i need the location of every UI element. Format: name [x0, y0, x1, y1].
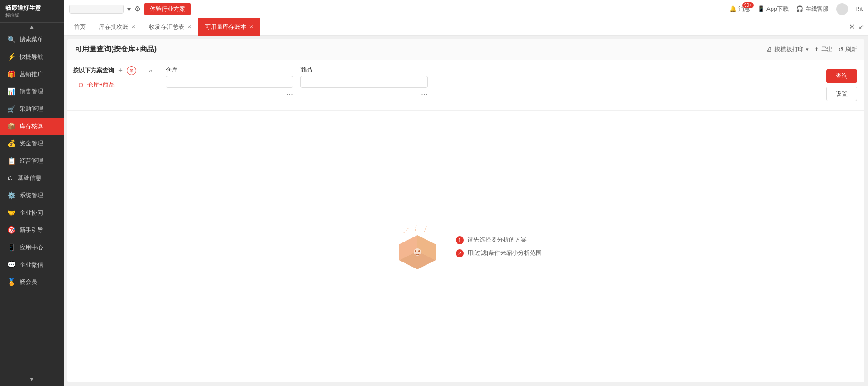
online-service-label: 在线客服 [805, 5, 829, 13]
sidebar-label-search: 搜索菜单 [20, 36, 43, 44]
sidebar-item-purchase[interactable]: 🛒采购管理 [0, 100, 64, 118]
sidebar-logo: 畅康通好生意 标准版 [0, 0, 64, 23]
bell-icon: 🔔 [729, 5, 736, 12]
sidebar-item-basic[interactable]: 🗂基础信息 [0, 170, 64, 187]
sidebar: 畅康通好生意 标准版 ▲ 🔍搜索菜单⚡快捷导航🎁营销推广📊销售管理🛒采购管理📦库… [0, 0, 64, 386]
sidebar-item-member[interactable]: 🏅畅会员 [0, 273, 64, 291]
empty-state: 1 请先选择要分析的方案 2 用[过滤]条件来缩小分析范围 [67, 111, 864, 382]
tip-number-1: 1 [456, 236, 464, 244]
sidebar-icon-finance: 💰 [7, 139, 16, 148]
scheme-icon-warehouse_goods: ⊙ [78, 81, 84, 88]
export-icon: ⬆ [814, 46, 819, 53]
page-header: 可用量查询(按仓库+商品) 🖨 按模板打印 ▾ ⬆ 导出 ↺ 刷新 [67, 39, 864, 60]
sidebar-icon-enterprise: 🤝 [7, 209, 16, 217]
warehouse-input[interactable] [166, 76, 293, 88]
tip-text-1: 请先选择要分析的方案 [467, 236, 527, 244]
chevron-down-btn[interactable]: ▾ [127, 5, 131, 13]
notification-btn[interactable]: 🔔 消息 99+ [729, 5, 750, 13]
goods-field-label: 商品 [300, 66, 428, 74]
sidebar-icon-newbie: 🎯 [7, 226, 16, 234]
empty-illustration [390, 219, 445, 274]
refresh-icon: ↺ [838, 46, 843, 53]
filter-actions: 查询 设置 [826, 66, 857, 105]
tab-home[interactable]: 首页 [67, 18, 92, 36]
sidebar-item-finance[interactable]: 💰资金管理 [0, 135, 64, 152]
breadcrumb-input[interactable] [69, 5, 124, 14]
user-name[interactable]: Rit [855, 5, 863, 12]
query-btn[interactable]: 查询 [826, 69, 857, 83]
tabs-container: 首页库存批次账✕收发存汇总表✕可用量库存账本✕ [67, 18, 260, 35]
refresh-label: 刷新 [845, 46, 857, 54]
page-content: 可用量查询(按仓库+商品) 🖨 按模板打印 ▾ ⬆ 导出 ↺ 刷新 [67, 39, 864, 382]
app-download-btn[interactable]: 📱 App下载 [757, 5, 789, 13]
svg-point-6 [418, 250, 420, 252]
trial-industry-btn[interactable]: 体验行业方案 [144, 3, 191, 15]
goods-more-btn[interactable]: ··· [421, 90, 428, 99]
sidebar-item-sales[interactable]: 📊销售管理 [0, 83, 64, 100]
gear-btn[interactable]: ⚙ [134, 5, 141, 13]
empty-tip-1: 1 请先选择要分析的方案 [456, 236, 542, 244]
export-btn[interactable]: ⬆ 导出 [814, 46, 833, 54]
print-template-btn[interactable]: 🖨 按模板打印 ▾ [766, 46, 809, 54]
sidebar-item-search[interactable]: 🔍搜索菜单 [0, 31, 64, 48]
tab-available[interactable]: 可用量库存账本✕ [198, 18, 260, 36]
tab-close-batch[interactable]: ✕ [131, 24, 136, 30]
app-download-label: App下载 [766, 5, 789, 13]
warehouse-field-label: 仓库 [166, 66, 293, 74]
tab-close-summary[interactable]: ✕ [187, 24, 192, 30]
sidebar-icon-appstore: 📱 [7, 243, 16, 252]
sidebar-scroll-down[interactable]: ▼ [0, 372, 64, 386]
filter-fields: 仓库 ··· 商品 ··· 查询 设置 [158, 60, 864, 110]
top-header-right: 🔔 消息 99+ 📱 App下载 🎧 在线客服 Rit [729, 3, 863, 15]
sidebar-label-finance: 资金管理 [20, 139, 43, 148]
sidebar-item-newbie[interactable]: 🎯新手引导 [0, 221, 64, 239]
scheme-item-warehouse_goods[interactable]: ⊙仓库+商品 [67, 77, 158, 93]
sidebar-label-basic: 基础信息 [18, 174, 41, 182]
top-header: ▾ ⚙ 体验行业方案 🔔 消息 99+ 📱 App下载 🎧 在线客服 Rit [64, 0, 868, 18]
sidebar-item-enterprise[interactable]: 🤝企业协同 [0, 204, 64, 221]
sidebar-label-appstore: 应用中心 [20, 243, 43, 252]
refresh-btn[interactable]: ↺ 刷新 [838, 46, 857, 54]
sidebar-icon-search: 🔍 [7, 36, 16, 44]
sidebar-icon-member: 🏅 [7, 278, 16, 286]
warehouse-more-btn[interactable]: ··· [286, 90, 293, 99]
filter-field-goods: 商品 ··· [300, 66, 428, 101]
sidebar-label-system: 系统管理 [20, 191, 43, 200]
print-label: 按模板打印 [774, 46, 804, 54]
notification-badge: 99+ [742, 2, 754, 8]
sidebar-label-member: 畅会员 [20, 278, 37, 286]
tip-text-2: 用[过滤]条件来缩小分析范围 [467, 249, 542, 257]
tip-number-2: 2 [456, 249, 464, 257]
empty-tip-2: 2 用[过滤]条件来缩小分析范围 [456, 249, 542, 257]
sidebar-item-wechat[interactable]: 💬企业微信 [0, 256, 64, 273]
scheme-collapse-btn[interactable]: « [149, 67, 152, 74]
tabs-bar-right: ✕ ⤢ [849, 22, 864, 31]
user-avatar[interactable] [836, 3, 848, 15]
sidebar-item-marketing[interactable]: 🎁营销推广 [0, 66, 64, 83]
online-service-btn[interactable]: 🎧 在线客服 [796, 5, 829, 13]
logo-subtitle: 标准版 [5, 12, 58, 19]
scheme-settings-icon-btn[interactable]: ⊕ [127, 66, 136, 75]
tab-label-batch: 库存批次账 [99, 23, 128, 31]
svg-point-5 [415, 250, 416, 252]
sidebar-label-inventory: 库存核算 [20, 122, 43, 130]
close-all-tabs-btn[interactable]: ✕ [849, 22, 855, 31]
sidebar-item-shortcut[interactable]: ⚡快捷导航 [0, 48, 64, 66]
goods-input[interactable] [300, 76, 428, 88]
sidebar-item-appstore[interactable]: 📱应用中心 [0, 239, 64, 256]
settings-btn[interactable]: 设置 [826, 87, 857, 101]
phone-icon: 📱 [757, 5, 765, 12]
sidebar-item-operation[interactable]: 📋经营管理 [0, 152, 64, 170]
empty-tips: 1 请先选择要分析的方案 2 用[过滤]条件来缩小分析范围 [456, 236, 542, 257]
sidebar-scroll-up[interactable]: ▲ [0, 23, 64, 31]
sidebar-item-system[interactable]: ⚙️系统管理 [0, 187, 64, 204]
tab-summary[interactable]: 收发存汇总表✕ [142, 18, 198, 36]
page-header-actions: 🖨 按模板打印 ▾ ⬆ 导出 ↺ 刷新 [766, 46, 857, 54]
tab-close-available[interactable]: ✕ [249, 24, 254, 30]
scheme-add-btn[interactable]: ＋ [117, 66, 124, 75]
filter-field-warehouse: 仓库 ··· [166, 66, 293, 101]
tab-batch[interactable]: 库存批次账✕ [92, 18, 142, 36]
expand-tabs-btn[interactable]: ⤢ [858, 22, 864, 31]
sidebar-item-inventory[interactable]: 📦库存核算 [0, 118, 64, 135]
svg-line-8 [415, 225, 416, 231]
